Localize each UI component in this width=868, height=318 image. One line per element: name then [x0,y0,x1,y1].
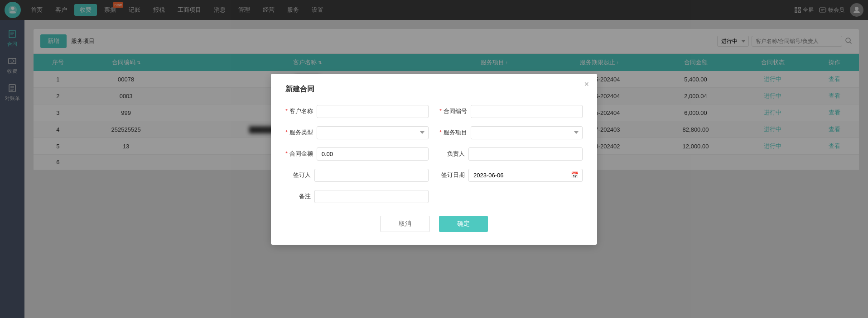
responsible-field: 负责人 [439,147,583,161]
form-row-5: 备注 [285,190,583,203]
cancel-button[interactable]: 取消 [380,216,430,232]
modal-footer: 取消 确定 [285,216,583,232]
contract-no-field: 合同编号 [439,105,583,118]
customer-name-field: 客户名称 [285,105,429,118]
sign-date-wrap: 📅 [468,169,583,182]
amount-input[interactable] [317,147,429,161]
remark-label: 备注 [285,192,311,200]
signer-input[interactable] [314,169,429,182]
amount-field: 合同金额 [285,147,429,161]
service-item-select[interactable] [471,126,583,139]
new-contract-modal: × 新建合同 客户名称 合同编号 服务类型 [271,74,597,245]
service-item-field: 服务项目 [439,126,583,139]
contract-no-input[interactable] [471,105,583,118]
calendar-icon[interactable]: 📅 [567,171,582,179]
sign-date-field: 签订日期 📅 [439,169,583,182]
remark-input[interactable] [314,190,429,203]
modal-close-button[interactable]: × [584,80,589,88]
customer-name-label: 客户名称 [285,107,313,115]
responsible-input[interactable] [468,147,583,161]
form-row-4: 签订人 签订日期 📅 [285,169,583,182]
modal-overlay: × 新建合同 客户名称 合同编号 服务类型 [24,20,868,318]
customer-name-input[interactable] [317,105,429,118]
modal-title: 新建合同 [285,85,583,94]
service-type-label: 服务类型 [285,128,313,137]
service-type-select-wrap [317,126,429,139]
confirm-button[interactable]: 确定 [439,216,488,232]
main-layout: 合同 收费 对账单 新增 服务项目 进行中 [0,20,868,318]
sign-date-input[interactable] [469,169,567,181]
contract-no-label: 合同编号 [439,107,467,115]
content-area: 新增 服务项目 进行中 已完成 已暂停 [24,20,868,318]
form-row-2: 服务类型 服务项目 [285,126,583,139]
responsible-label: 负责人 [439,150,465,158]
service-type-select[interactable] [317,126,429,139]
signer-field: 签订人 [285,169,429,182]
service-type-field: 服务类型 [285,126,429,139]
amount-label: 合同金额 [285,150,313,158]
form-row-1: 客户名称 合同编号 [285,105,583,118]
form-row-3: 合同金额 负责人 [285,147,583,161]
sign-date-label: 签订日期 [439,171,465,179]
service-item-label: 服务项目 [439,128,467,137]
service-item-select-wrap [471,126,583,139]
remark-field: 备注 [285,190,429,203]
signer-label: 签订人 [285,171,311,179]
